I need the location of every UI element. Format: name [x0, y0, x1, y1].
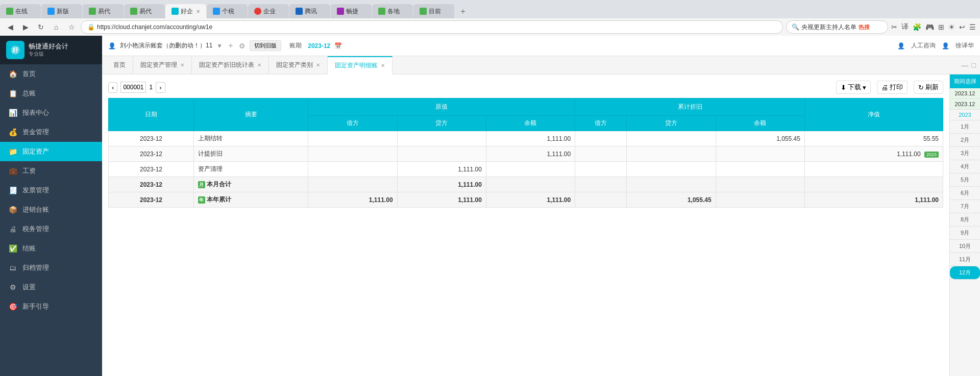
period-month-6[interactable]: 6月: [950, 187, 980, 200]
yearly-total-tag: 年: [198, 196, 205, 204]
account-name[interactable]: 刘小艳演示账套（勿删勿动！）11: [120, 41, 212, 50]
browser-tab-close-haoqi[interactable]: ✕: [196, 9, 200, 14]
search-box[interactable]: 🔍 央视更新主持人名单 热搜: [786, 20, 888, 34]
browser-tab-qiye[interactable]: 企业: [248, 4, 289, 18]
page-tab-home[interactable]: 首页: [106, 56, 133, 74]
period-month-11[interactable]: 11月: [950, 253, 980, 266]
sidebar-item-settings[interactable]: ⚙ 设置: [0, 278, 102, 297]
page-tab-close-detail[interactable]: ✕: [381, 63, 385, 68]
refresh-button[interactable]: ↻ 刷新: [914, 81, 943, 94]
print-icon: 🖨: [881, 84, 888, 91]
new-tab-button[interactable]: ＋: [455, 4, 471, 18]
maximize-window-icon[interactable]: □: [972, 61, 976, 69]
home-button[interactable]: ⌂: [50, 21, 62, 33]
period-month-1[interactable]: 1月: [950, 120, 980, 134]
undo-icon[interactable]: ↩: [959, 23, 965, 31]
sidebar-item-salary[interactable]: 💼 工资: [0, 161, 102, 181]
logo-sub: 专业版: [29, 51, 68, 58]
sidebar-item-tax[interactable]: 🖨 税务管理: [0, 219, 102, 239]
period-month-12[interactable]: 12月: [950, 266, 980, 280]
cell-orig-credit-2: [397, 146, 486, 162]
prev-page-button[interactable]: ‹: [108, 82, 117, 93]
bookmark-button[interactable]: ☆: [65, 21, 78, 33]
scissors-icon[interactable]: ✂: [891, 23, 897, 31]
extension-icon[interactable]: 🧩: [913, 23, 921, 31]
sidebar-item-home[interactable]: 🏠 首页: [0, 64, 102, 84]
col-header-depreciation: 累计折旧: [575, 98, 805, 116]
period-month-2[interactable]: 2月: [950, 134, 980, 147]
forward-button[interactable]: ▶: [19, 21, 32, 33]
url-bar[interactable]: 🔒 https://cloud.chanjet.com/accounting/u…: [81, 20, 783, 34]
back-button[interactable]: ◀: [4, 21, 16, 33]
download-button[interactable]: ⬇ 下载 ▾: [836, 81, 871, 94]
user-label[interactable]: 徐译华: [955, 41, 974, 50]
cell-orig-balance-5: 1,111.00: [486, 192, 575, 208]
tab-icon-new: [47, 8, 55, 15]
sidebar-item-funds[interactable]: 💰 资金管理: [0, 122, 102, 142]
period-month-9[interactable]: 9月: [950, 227, 980, 240]
period-value: 2023-12: [308, 42, 330, 49]
cell-summary-3: 资产清理: [193, 162, 308, 177]
period-month-7[interactable]: 7月: [950, 200, 980, 213]
settings-gear-icon[interactable]: ⚙: [239, 42, 246, 50]
minimize-window-icon[interactable]: —: [962, 61, 969, 69]
period-selected-1[interactable]: 2023.12: [950, 88, 980, 99]
sidebar-item-guide[interactable]: 🎯 新手引导: [0, 297, 102, 316]
period-selected-2[interactable]: 2023.12: [950, 99, 980, 110]
page-tab-depreciation[interactable]: 固定资产折旧统计表 ✕: [192, 56, 269, 74]
browser-tab-new[interactable]: 新版: [41, 4, 82, 18]
tab-label-online: 在线: [15, 7, 28, 16]
browser-tab-muqian[interactable]: 目前: [413, 4, 454, 18]
next-page-button[interactable]: ›: [156, 82, 165, 93]
nav-row: ‹ 1 › ⬇ 下载 ▾ 🖨 打印: [102, 79, 949, 98]
sidebar-item-fixed-assets[interactable]: 📁 固定资产: [0, 142, 102, 161]
browser-tab-yidai2[interactable]: 易代: [124, 4, 165, 18]
tab-label-changjie: 畅捷: [346, 7, 358, 16]
col-sub-orig-debit: 借方: [308, 116, 397, 131]
page-tab-asset-mgmt[interactable]: 固定资产管理 ✕: [133, 56, 192, 74]
sidebar-item-invoice[interactable]: 🧾 发票管理: [0, 181, 102, 200]
page-tab-close-asset-mgmt[interactable]: ✕: [180, 62, 184, 68]
period-month-8[interactable]: 8月: [950, 213, 980, 227]
browser-tab-geshu[interactable]: 个税: [207, 4, 248, 18]
guide-icon: 🎯: [8, 302, 17, 311]
browser-tab-changjie[interactable]: 畅捷: [331, 4, 372, 18]
menu-icon[interactable]: ☰: [969, 23, 976, 31]
brightness-icon[interactable]: ☀: [948, 23, 955, 31]
period-month-4[interactable]: 4月: [950, 160, 980, 173]
cell-orig-balance-3: [486, 162, 575, 177]
grid-icon[interactable]: ⊞: [938, 23, 944, 31]
period-month-3[interactable]: 3月: [950, 147, 980, 160]
reload-button[interactable]: ↻: [35, 21, 47, 33]
period-month-5[interactable]: 5月: [950, 173, 980, 187]
cell-orig-credit-5: 1,111.00: [397, 192, 486, 208]
switch-version-button[interactable]: 切到旧版: [250, 40, 281, 51]
page-tab-detail[interactable]: 固定资产明细账 ✕: [328, 56, 393, 74]
browser-tab-yidai1[interactable]: 易代: [83, 4, 124, 18]
sidebar-item-reports[interactable]: 📊 报表中心: [0, 103, 102, 122]
sidebar-item-purchase-sale[interactable]: 📦 进销台账: [0, 200, 102, 219]
browser-tab-online[interactable]: 在线: [0, 4, 41, 18]
print-button[interactable]: 🖨 打印: [877, 81, 908, 94]
calendar-icon[interactable]: 📅: [334, 42, 342, 49]
page-tab-close-depreciation[interactable]: ✕: [257, 62, 261, 68]
page-tab-category[interactable]: 固定资产类别 ✕: [269, 56, 328, 74]
settings-icon: ⚙: [8, 283, 17, 292]
download-label: 下载: [848, 83, 861, 92]
content-area: ‹ 1 › ⬇ 下载 ▾ 🖨 打印: [102, 74, 949, 376]
page-number-input[interactable]: [120, 82, 146, 93]
browser-tab-tencent[interactable]: 腾讯: [289, 4, 330, 18]
sidebar-item-ledger[interactable]: 📋 总账: [0, 84, 102, 103]
sidebar-item-close[interactable]: ✅ 结账: [0, 239, 102, 258]
add-account-icon[interactable]: ＋: [227, 40, 235, 51]
cell-orig-balance-4: [486, 177, 575, 192]
service-label[interactable]: 人工咨询: [911, 41, 936, 50]
dropdown-icon[interactable]: ▼: [216, 42, 223, 49]
browser-tab-haoqi[interactable]: 好企 ✕: [165, 4, 206, 18]
browser-tab-gedi[interactable]: 各地: [372, 4, 413, 18]
gamepad-icon[interactable]: 🎮: [925, 23, 934, 31]
translate-icon[interactable]: 译: [901, 22, 909, 32]
period-month-10[interactable]: 10月: [950, 240, 980, 253]
page-tab-close-category[interactable]: ✕: [316, 62, 320, 68]
sidebar-item-archive[interactable]: 🗂 归档管理: [0, 258, 102, 278]
